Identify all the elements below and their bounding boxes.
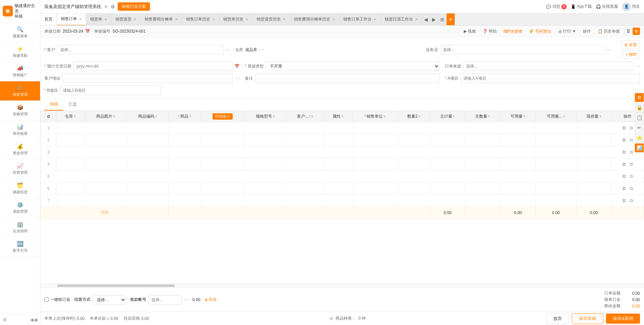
float-btn-6[interactable]: 📊 bbox=[635, 143, 644, 153]
sidebar-item-search[interactable]: 🔍 搜索菜单 bbox=[0, 23, 40, 42]
account-input[interactable] bbox=[148, 295, 182, 304]
list-view-btn[interactable]: ☰ bbox=[624, 28, 632, 35]
horizontal-scrollbar[interactable] bbox=[40, 283, 644, 287]
cell-unit-4[interactable] bbox=[352, 158, 398, 170]
tab-sales-fee[interactable]: 销售费用分摊单 ✕ bbox=[141, 13, 182, 26]
th-product-code[interactable]: 商品编码 ⇅ bbox=[127, 111, 169, 122]
delete-btn-5[interactable]: 🗑 bbox=[621, 173, 627, 179]
float-btn-1[interactable]: ⚙ bbox=[635, 93, 644, 102]
cell-product-5[interactable] bbox=[169, 170, 201, 182]
help-btn[interactable]: ❓ 帮助 bbox=[481, 28, 499, 35]
account-dots[interactable]: ··· bbox=[184, 297, 188, 303]
tab-sales-order-close[interactable]: ✕ bbox=[79, 17, 82, 21]
cell-customer-3[interactable] bbox=[287, 146, 324, 158]
cell-qty2-6[interactable] bbox=[398, 182, 430, 195]
sidebar-item-finance[interactable]: 💰 资金管理 bbox=[0, 140, 40, 159]
cell-customer-2[interactable] bbox=[287, 134, 324, 146]
th-scan[interactable]: 扫码录入 bbox=[201, 111, 244, 122]
cell-warehouse-3[interactable] bbox=[56, 146, 85, 158]
tab-fee-history[interactable]: 销售费用分摊单历史 ✕ bbox=[290, 13, 339, 26]
customer-input[interactable] bbox=[57, 45, 223, 54]
tab-invoice-history[interactable]: 销货单历史 ✕ bbox=[219, 13, 253, 26]
tab-sales-return[interactable]: 销货退货 ✕ bbox=[111, 13, 141, 26]
cell-product-2[interactable] bbox=[169, 134, 201, 146]
operate-btn[interactable]: 操作 bbox=[581, 28, 593, 35]
tab-home[interactable]: 首页 bbox=[40, 13, 57, 26]
copy-btn-4[interactable]: ⧉ bbox=[628, 161, 634, 167]
th-current-stock[interactable]: 现存量 ⇅ bbox=[576, 111, 612, 122]
tab-expand-btn[interactable]: ⊞ bbox=[438, 13, 447, 26]
copy-btn-5[interactable]: ⧉ bbox=[628, 173, 634, 179]
copy-btn-2[interactable]: ⧉ bbox=[628, 137, 634, 143]
tab-return-history[interactable]: 销货退货历史 ✕ bbox=[253, 13, 290, 26]
delete-btn-7[interactable]: 🗑 bbox=[621, 198, 627, 204]
tab-next-btn[interactable]: ▶ bbox=[430, 13, 438, 26]
sidebar-settings-btn[interactable]: ⚙ bbox=[3, 317, 7, 322]
invoice-type-select[interactable]: 不开票 bbox=[266, 62, 440, 71]
cell-qty2-2[interactable] bbox=[398, 134, 430, 146]
th-main-qty[interactable]: 主数量 ⇅ bbox=[465, 111, 500, 122]
sidebar-item-enterprise[interactable]: 🏢 企业协同 bbox=[0, 218, 40, 237]
tab-sales-order-history-close[interactable]: ✕ bbox=[212, 17, 215, 21]
th-warehouse[interactable]: 仓库 ⇅ bbox=[56, 111, 85, 122]
cell-warehouse-4[interactable] bbox=[56, 158, 85, 170]
cell-mainqty-2[interactable] bbox=[465, 134, 500, 146]
online-service-btn[interactable]: 🎧 在线客服 bbox=[596, 4, 618, 9]
th-customer[interactable]: 客户... ℹ ⇅ bbox=[287, 111, 324, 122]
salesperson-input[interactable] bbox=[440, 45, 605, 54]
delivery-date-input[interactable] bbox=[73, 62, 232, 71]
cell-product-4[interactable] bbox=[169, 158, 201, 170]
th-qty2[interactable]: 数量2 ⇅ bbox=[398, 111, 430, 122]
cell-code-7[interactable] bbox=[127, 195, 169, 207]
tab-daily-workbench-close[interactable]: ✕ bbox=[415, 17, 418, 21]
cell-unit-6[interactable] bbox=[352, 182, 398, 195]
cell-code-6[interactable] bbox=[127, 182, 169, 195]
cell-attr-6[interactable] bbox=[324, 182, 352, 195]
order-source-input[interactable] bbox=[463, 62, 633, 71]
tab-sales-order[interactable]: 销售订单 ✕ bbox=[57, 13, 86, 26]
cell-unit-7[interactable] bbox=[352, 195, 398, 207]
cell-customer-4[interactable] bbox=[287, 158, 324, 170]
cell-product-1[interactable] bbox=[169, 122, 201, 134]
cell-unit-3[interactable] bbox=[352, 146, 398, 158]
tab-order-workbench[interactable]: 销售订单工作台 ✕ bbox=[339, 13, 381, 26]
sidebar-item-sales[interactable]: 🛒 销售管理 bbox=[0, 81, 40, 101]
th-gear[interactable]: ⚙ bbox=[41, 111, 56, 122]
cell-warehouse-6[interactable] bbox=[56, 182, 85, 195]
cell-code-4[interactable] bbox=[127, 158, 169, 170]
float-btn-4[interactable]: ✏ bbox=[635, 123, 644, 132]
tab-return-history-close[interactable]: ✕ bbox=[283, 17, 286, 21]
sidebar-item-system[interactable]: ⚙️ 系统管理 bbox=[0, 198, 40, 218]
cell-unit-1[interactable] bbox=[352, 122, 398, 134]
cell-attr-3[interactable] bbox=[324, 146, 352, 158]
discard-btn[interactable]: 放弃 bbox=[546, 313, 569, 324]
th-available[interactable]: 可用量 ⇅ bbox=[500, 111, 536, 122]
industry-btn[interactable]: 体验行业方案 bbox=[118, 2, 150, 11]
address-input[interactable] bbox=[63, 74, 233, 83]
cell-warehouse-2[interactable] bbox=[56, 134, 85, 146]
tab-fee-history-close[interactable]: ✕ bbox=[332, 17, 335, 21]
cell-qty2-3[interactable] bbox=[398, 146, 430, 158]
salesperson-dots[interactable]: ··· bbox=[607, 47, 611, 53]
user-menu[interactable]: 👤 用友 bbox=[622, 2, 640, 11]
copy-btn-6[interactable]: ⧉ bbox=[628, 186, 634, 192]
cell-customer-6[interactable] bbox=[287, 182, 324, 195]
th-product[interactable]: * 商品 ⇅ bbox=[169, 111, 201, 122]
delete-btn-1[interactable]: 🗑 bbox=[621, 125, 627, 131]
address-dots[interactable]: ··· bbox=[235, 75, 239, 81]
calendar-icon[interactable]: 📅 bbox=[85, 29, 90, 34]
cell-warehouse-5[interactable] bbox=[56, 170, 85, 182]
cell-spec-3[interactable] bbox=[244, 146, 287, 158]
remark-input[interactable] bbox=[255, 74, 440, 83]
tab-summary[interactable]: 汇总 bbox=[63, 99, 82, 111]
cell-qty2-5[interactable] bbox=[398, 170, 430, 182]
cell-attr-4[interactable] bbox=[324, 158, 352, 170]
cell-mainqty-1[interactable] bbox=[465, 122, 500, 134]
tab-order-workbench-close[interactable]: ✕ bbox=[374, 17, 376, 21]
cell-warehouse-7[interactable] bbox=[56, 195, 85, 207]
message-btn[interactable]: 💬 消息 9 bbox=[546, 4, 567, 9]
cell-product-7[interactable] bbox=[169, 195, 201, 207]
history-btn[interactable]: 📋 历史单据 bbox=[596, 28, 622, 35]
view-btn[interactable]: ▶ 视频 bbox=[462, 28, 478, 35]
add-item-corner-btn[interactable]: + 物料 bbox=[622, 50, 640, 59]
